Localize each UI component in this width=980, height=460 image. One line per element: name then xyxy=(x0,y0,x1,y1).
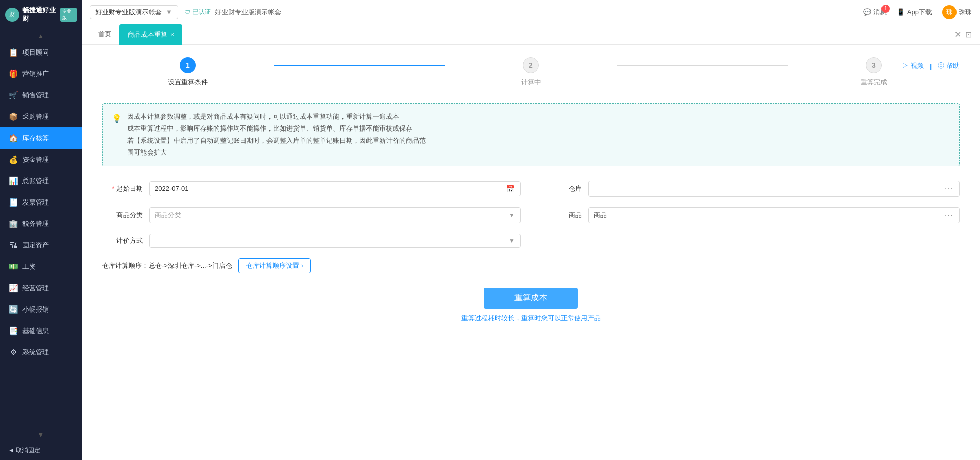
tax-icon: 🏢 xyxy=(8,219,18,229)
form-row-2: 商品分类 商品分类 ▼ 商品 商品 ··· xyxy=(102,207,960,223)
user-name: 珠珠 xyxy=(959,8,972,17)
sidebar-item-label: 工资 xyxy=(22,262,36,271)
finance-icon: 💰 xyxy=(8,155,18,165)
pricing-field: 计价方式 ▼ xyxy=(102,234,521,248)
app-download-label: App下载 xyxy=(907,8,932,17)
verified-text: 已认证 xyxy=(192,8,211,16)
app-header: 好业财专业版演示帐套 ▼ 🛡 已认证 好业财专业版演示帐套 💬 消息 1 📱 A… xyxy=(82,0,980,24)
logo-text: 畅捷通好业财 专业版 xyxy=(22,6,77,23)
category-placeholder: 商品分类 xyxy=(155,211,181,220)
basic-icon: 📑 xyxy=(8,326,18,336)
product-input[interactable]: 商品 ··· xyxy=(588,207,960,223)
sidebar-item-marketing[interactable]: 🎁 营销推广 xyxy=(0,63,82,85)
step-1-number: 1 xyxy=(186,61,190,69)
notice-line-2: 成本重算过程中，影响库存账的操作均不能操作，比如进货单、销货单、库存单据不能审核… xyxy=(127,122,426,134)
pricing-label: 计价方式 xyxy=(102,236,143,245)
shield-icon: 🛡 xyxy=(184,9,190,16)
system-icon: ⚙ xyxy=(8,347,18,357)
chevron-right-icon: › xyxy=(301,262,303,269)
account-selector[interactable]: 好业财专业版演示帐套 ▼ xyxy=(90,5,178,19)
warehouse-order-btn[interactable]: 仓库计算顺序设置 › xyxy=(238,258,311,273)
tab-home-label: 首页 xyxy=(98,30,111,39)
tab-product-cost-label: 商品成本重算 xyxy=(128,30,167,39)
sidebar-item-operations[interactable]: 📈 经营管理 xyxy=(0,277,82,299)
user-menu[interactable]: 珠 珠珠 xyxy=(942,5,972,19)
step-line-2 xyxy=(617,65,788,66)
sidebar-item-label: 资金管理 xyxy=(22,155,49,164)
sidebar-item-finance[interactable]: 💰 资金管理 xyxy=(0,149,82,170)
doc-help[interactable]: ⓪ 帮助 xyxy=(938,61,960,70)
step-1-label: 设置重算条件 xyxy=(168,78,208,87)
sidebar-item-purchase[interactable]: 📦 采购管理 xyxy=(0,106,82,127)
sidebar-item-label: 基础信息 xyxy=(22,326,49,336)
warehouse-order-row: 仓库计算顺序：总仓->深圳仓库->...->门店仓 仓库计算顺序设置 › xyxy=(102,258,960,273)
logo-icon: 财 xyxy=(5,8,19,22)
more-icon: ··· xyxy=(944,184,954,193)
tabs-bar: 首页 商品成本重算 × ✕ ⊡ xyxy=(82,24,980,45)
sidebar-item-label: 经营管理 xyxy=(22,284,49,293)
recalculate-label: 重算成本 xyxy=(514,293,547,302)
sidebar-item-assets[interactable]: 🏗 固定资产 xyxy=(0,235,82,256)
sidebar-item-label: 总账管理 xyxy=(22,176,49,186)
sidebar-item-label: 采购管理 xyxy=(22,112,49,121)
notice-line-4: 围可能会扩大 xyxy=(127,146,426,158)
accounting-icon: 📊 xyxy=(8,176,18,186)
steps-help: ▷ 视频 | ⓪ 帮助 xyxy=(902,61,960,70)
close-window-icon[interactable]: ✕ xyxy=(954,30,961,39)
sidebar-item-label: 小畅报销 xyxy=(22,305,49,314)
chevron-down-icon: ▼ xyxy=(509,237,515,244)
warehouse-order-label: 仓库计算顺序：总仓->深圳仓库->...->门店仓 xyxy=(102,261,232,270)
unpin-sidebar[interactable]: ◄ 取消固定 xyxy=(0,441,82,460)
sidebar-item-tax[interactable]: 🏢 税务管理 xyxy=(0,213,82,235)
sidebar-item-project[interactable]: 📋 项目顾问 xyxy=(0,42,82,63)
sidebar-item-sales[interactable]: 🛒 销售管理 xyxy=(0,85,82,106)
notification-badge: 1 xyxy=(881,5,890,13)
warehouse-input[interactable]: ··· xyxy=(588,181,960,197)
calendar-icon: 📅 xyxy=(506,185,515,193)
sidebar-item-invoice[interactable]: 🧾 发票管理 xyxy=(0,192,82,213)
video-help[interactable]: ▷ 视频 xyxy=(902,61,924,70)
recalculate-section: 重算成本 重算过程耗时较长，重算时您可以正常使用产品 xyxy=(102,288,960,323)
expense-icon: 🔄 xyxy=(8,304,18,315)
sidebar-item-system[interactable]: ⚙ 系统管理 xyxy=(0,342,82,363)
page-content: 1 设置重算条件 2 计算中 3 重算完成 ▷ 视频 | ⓪ xyxy=(82,45,980,460)
category-select[interactable]: 商品分类 ▼ xyxy=(149,207,521,223)
sidebar-logo: 财 畅捷通好业财 专业版 xyxy=(0,0,82,30)
pricing-select[interactable]: ▼ xyxy=(149,234,521,248)
sidebar-items: 📋 项目顾问 🎁 营销推广 🛒 销售管理 📦 采购管理 🏠 库存核算 💰 资金管… xyxy=(0,42,82,429)
scroll-down[interactable]: ▼ xyxy=(0,429,82,441)
start-date-input[interactable]: 2022-07-01 📅 xyxy=(149,181,521,196)
account-selector-text: 好业财专业版演示帐套 xyxy=(95,8,162,17)
sidebar-item-accounting[interactable]: 📊 总账管理 xyxy=(0,170,82,192)
sidebar-item-inventory[interactable]: 🏠 库存核算 xyxy=(0,127,82,149)
app-name: 畅捷通好业财 xyxy=(22,6,58,23)
message-action[interactable]: 💬 消息 1 xyxy=(863,8,887,17)
start-date-label: 起始日期 xyxy=(102,184,143,193)
step-3-label: 重算完成 xyxy=(861,78,887,87)
step-2-number: 2 xyxy=(529,61,533,69)
sidebar-item-basic[interactable]: 📑 基础信息 xyxy=(0,320,82,342)
sidebar-item-label: 发票管理 xyxy=(22,198,49,207)
recalculate-button[interactable]: 重算成本 xyxy=(484,288,578,309)
sidebar-item-salary[interactable]: 💵 工资 xyxy=(0,256,82,277)
phone-icon: 📱 xyxy=(897,8,905,16)
tab-close-icon[interactable]: × xyxy=(170,31,174,38)
chevron-down-icon: ▼ xyxy=(166,8,173,16)
sidebar-item-label: 营销推广 xyxy=(22,69,49,79)
verified-badge: 🛡 已认证 xyxy=(184,8,211,16)
expand-icon[interactable]: ⊡ xyxy=(965,30,972,39)
warehouse-order-btn-label: 仓库计算顺序设置 xyxy=(246,261,299,270)
product-field: 商品 商品 ··· xyxy=(541,207,960,223)
main-area: 好业财专业版演示帐套 ▼ 🛡 已认证 好业财专业版演示帐套 💬 消息 1 📱 A… xyxy=(82,0,980,460)
tab-home[interactable]: 首页 xyxy=(90,24,119,45)
sidebar-item-expense[interactable]: 🔄 小畅报销 xyxy=(0,299,82,320)
scroll-up[interactable]: ▲ xyxy=(0,30,82,42)
more-icon: ··· xyxy=(944,211,954,220)
sidebar-item-label: 系统管理 xyxy=(22,348,49,357)
app-download-action[interactable]: 📱 App下载 xyxy=(897,8,932,17)
sidebar-item-label: 税务管理 xyxy=(22,219,49,228)
warehouse-label: 仓库 xyxy=(541,184,582,193)
project-icon: 📋 xyxy=(8,47,18,58)
tab-product-cost[interactable]: 商品成本重算 × xyxy=(119,24,182,45)
notice-line-3: 若【系统设置】中启用了自动调整记账日期时，会调整入库单的整单记账日期，因此重新计… xyxy=(127,135,426,146)
